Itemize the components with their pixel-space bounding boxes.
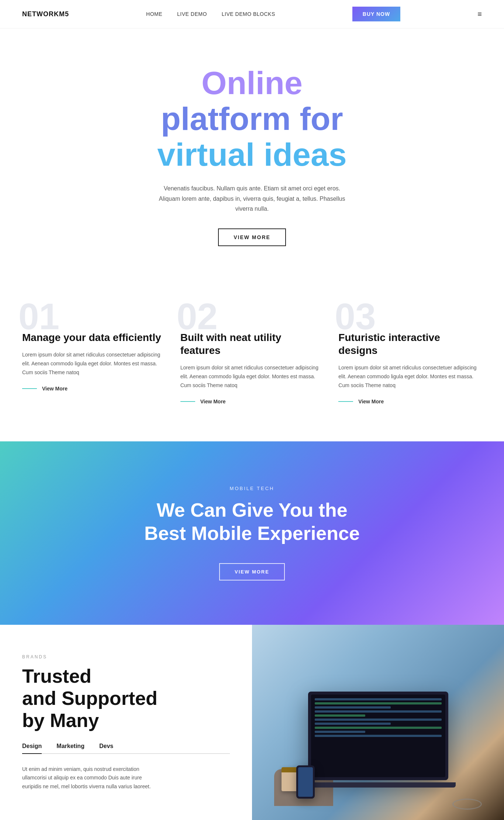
screen-line-6 [315,719,442,721]
feature-view-more-2[interactable]: View More [200,399,226,404]
phone-decoration [296,765,315,799]
feature-link-line-3 [338,401,353,402]
brands-tab-devs[interactable]: Devs [99,743,113,754]
feature-content-1: Manage your data efficiently Lorem ipsum… [22,313,166,392]
laptop-base [301,782,456,788]
screen-line-1 [315,698,442,700]
screen-line-9 [315,731,366,733]
brands-tab-marketing[interactable]: Marketing [56,743,84,754]
logo[interactable]: NETWORKM5 [22,10,69,18]
screen-line-8 [315,727,442,729]
feature-link-wrap-2: View More [180,399,324,404]
screen-line-2 [315,702,442,704]
feature-card-1: 01 Manage your data efficiently Lorem ip… [22,305,166,404]
screen-lines [311,695,445,743]
feature-view-more-3[interactable]: View More [358,399,384,404]
navbar: NETWORKM5 HOME LIVE DEMO LIVE DEMO BLOCK… [0,0,504,28]
brands-tabs: Design Marketing Devs [22,743,230,754]
screen-line-7 [315,723,391,725]
feature-title-3: Futuristic interactive designs [338,331,482,357]
brands-tab-design[interactable]: Design [22,743,42,754]
feature-card-2: 02 Built with neat utility features Lore… [180,305,324,404]
feature-text-3: Lorem ipsum dolor sit amet ridiculus con… [338,364,482,390]
brands-image [252,625,504,820]
feature-content-3: Futuristic interactive designs Lorem ips… [338,313,482,404]
laptop-decoration [308,692,448,780]
screen-line-5 [315,714,366,717]
mobile-tech-title: We Can Give You the Best Mobile Experien… [22,499,482,545]
mobile-tech-section: MOBILE TECH We Can Give You the Best Mob… [0,441,504,625]
screen-line-10 [315,735,442,737]
nav-home[interactable]: HOME [146,11,162,17]
nav-live-demo-blocks[interactable]: LIVE DEMO BLOCKS [222,11,275,17]
mobile-tech-label: MOBILE TECH [22,486,482,491]
mobile-tech-view-more-button[interactable]: VIEW MORE [219,563,285,580]
brands-label: BRANDS [22,654,230,659]
feature-text-1: Lorem ipsum dolor sit amet ridiculus con… [22,351,166,377]
feature-card-3: 03 Futuristic interactive designs Lorem … [338,305,482,404]
feature-link-line-2 [180,401,195,402]
hero-subtitle: Venenatis faucibus. Nullam quis ante. Et… [156,183,348,214]
feature-link-line-1 [22,388,37,389]
glasses-decoration [452,799,482,810]
feature-link-wrap-1: View More [22,386,166,392]
screen-line-3 [315,706,391,709]
feature-text-2: Lorem ipsum dolor sit amet ridiculus con… [180,364,324,390]
hero-section: Online platform for virtual ideas Venena… [0,28,504,276]
laptop-screen [311,695,445,777]
hero-view-more-button[interactable]: VIEW MORE [218,228,286,246]
feature-title-2: Built with neat utility features [180,331,324,357]
brands-body-text: Ut enim ad minim veniam, quis nostrud ex… [22,765,162,791]
menu-icon[interactable]: ≡ [477,10,482,18]
buy-now-button[interactable]: BUY NOW [352,7,400,21]
feature-content-2: Built with neat utility features Lorem i… [180,313,324,404]
feature-link-wrap-3: View More [338,399,482,404]
brands-title: Trusted and Supported by Many [22,665,230,731]
hero-title: Online platform for virtual ideas [22,65,482,172]
nav-live-demo[interactable]: LIVE DEMO [177,11,207,17]
feature-title-1: Manage your data efficiently [22,331,166,344]
features-section: 01 Manage your data efficiently Lorem ip… [0,276,504,441]
brands-left-panel: BRANDS Trusted and Supported by Many Des… [0,625,252,820]
feature-view-more-1[interactable]: View More [42,386,68,392]
brands-section: BRANDS Trusted and Supported by Many Des… [0,625,504,820]
brands-right-image [252,625,504,820]
phone-screen [298,767,313,797]
nav-links: HOME LIVE DEMO LIVE DEMO BLOCKS [146,11,275,17]
screen-line-4 [315,710,442,713]
